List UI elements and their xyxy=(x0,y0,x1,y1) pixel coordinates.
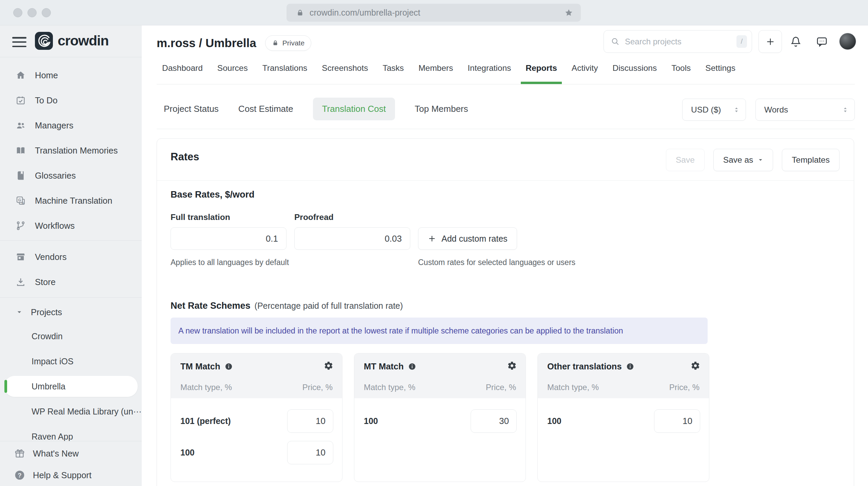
tab-members[interactable]: Members xyxy=(418,63,453,84)
sidebar-footer: What's New ? Help & Support xyxy=(0,441,142,486)
machine-translation-icon: Ga xyxy=(16,196,26,206)
svg-text:a: a xyxy=(22,201,24,205)
scheme-cards: TM Match Match type, % Price, % 101 (per… xyxy=(171,353,709,482)
subtab-cost-estimate[interactable]: Cost Estimate xyxy=(238,104,293,114)
subtab-top-members[interactable]: Top Members xyxy=(415,104,468,114)
scheme-title: TM Match xyxy=(180,362,220,371)
sidebar-project-crowdin[interactable]: Crowdin xyxy=(0,324,142,349)
info-icon[interactable] xyxy=(225,363,233,370)
lock-icon xyxy=(272,40,279,46)
sidebar-item-todo[interactable]: To Do xyxy=(0,88,142,113)
sidebar-item-store[interactable]: Store xyxy=(0,269,142,295)
rates-card: Rates Save Save as Templates Base Rates,… xyxy=(157,138,854,486)
tab-sources[interactable]: Sources xyxy=(217,63,248,84)
svg-text:?: ? xyxy=(18,472,21,479)
todo-calendar-icon xyxy=(16,95,26,105)
search-input[interactable] xyxy=(625,37,731,46)
currency-select[interactable]: USD ($) xyxy=(682,99,746,121)
tab-dashboard[interactable]: Dashboard xyxy=(162,63,203,84)
info-icon[interactable] xyxy=(626,363,634,370)
info-icon[interactable] xyxy=(408,363,416,370)
crowdin-logo[interactable]: crowdin xyxy=(35,32,108,50)
sidebar-project-wp-real-media-library[interactable]: WP Real Media Library (un··· xyxy=(0,399,142,424)
subtab-project-status[interactable]: Project Status xyxy=(164,104,219,114)
subtab-translation-cost[interactable]: Translation Cost xyxy=(313,98,395,120)
sidebar-item-managers[interactable]: Managers xyxy=(0,113,142,138)
gear-icon[interactable] xyxy=(324,361,333,370)
sidebar-project-umbrella[interactable]: Umbrella xyxy=(0,374,142,399)
unit-select[interactable]: Words xyxy=(755,99,855,121)
sidebar-item-translation-memories[interactable]: Translation Memories xyxy=(0,138,142,163)
add-custom-rates-button[interactable]: Add custom rates xyxy=(418,227,517,250)
sidebar-item-help-support[interactable]: ? Help & Support xyxy=(0,464,142,486)
menu-toggle-button[interactable] xyxy=(12,37,26,47)
sidebar-project-impact-ios[interactable]: Impact iOS xyxy=(0,349,142,374)
match-type-label: 100 xyxy=(180,448,195,458)
report-subtabs: Project Status Cost Estimate Translation… xyxy=(164,95,468,122)
plus-icon xyxy=(765,37,775,47)
workflows-icon xyxy=(16,221,26,231)
match-type-column-header: Match type, % xyxy=(547,383,599,392)
scheme-card-header: TM Match Match type, % Price, % xyxy=(171,353,342,398)
tab-settings[interactable]: Settings xyxy=(705,63,735,84)
user-avatar[interactable] xyxy=(839,33,856,50)
tab-translations[interactable]: Translations xyxy=(262,63,308,84)
tab-screenshots[interactable]: Screenshots xyxy=(322,63,368,84)
sidebar: crowdin Home To Do Managers Translation … xyxy=(0,25,142,486)
tab-tools[interactable]: Tools xyxy=(671,63,691,84)
plus-icon xyxy=(428,234,436,243)
chat-bubble-icon xyxy=(816,36,828,48)
price-column-header: Price, % xyxy=(486,383,516,392)
sidebar-item-vendors[interactable]: Vendors xyxy=(0,244,142,269)
tab-discussions[interactable]: Discussions xyxy=(612,63,657,84)
sidebar-item-workflows[interactable]: Workflows xyxy=(0,213,142,238)
sidebar-item-home[interactable]: Home xyxy=(0,63,142,88)
lock-icon xyxy=(296,9,304,17)
search-box[interactable]: / xyxy=(604,30,752,53)
proofread-input[interactable] xyxy=(294,227,410,250)
sidebar-item-machine-translation[interactable]: Ga Machine Translation xyxy=(0,188,142,213)
price-column-header: Price, % xyxy=(302,383,333,392)
rates-actions: Save Save as Templates xyxy=(666,149,840,171)
net-rate-info-banner: A new translation will be included in th… xyxy=(171,318,708,344)
messages-button[interactable] xyxy=(814,34,830,50)
window-minimize-button[interactable] xyxy=(27,8,37,17)
url-text: crowdin.com/umbrella-project xyxy=(310,8,420,18)
crowdin-logo-text: crowdin xyxy=(58,33,108,49)
tab-tasks[interactable]: Tasks xyxy=(382,63,404,84)
bookmark-star-icon[interactable] xyxy=(564,8,573,17)
home-icon xyxy=(16,70,26,80)
price-input[interactable] xyxy=(287,441,333,464)
full-translation-input[interactable] xyxy=(171,227,287,250)
search-icon xyxy=(611,37,620,46)
scheme-card-other-translations: Other translations Match type, % Price, … xyxy=(537,353,709,482)
scheme-row: 100 xyxy=(180,441,333,464)
proofread-label: Proofread xyxy=(294,212,334,222)
window-zoom-button[interactable] xyxy=(42,8,51,17)
price-input[interactable] xyxy=(654,409,700,433)
svg-text:G: G xyxy=(18,198,21,202)
sidebar-item-whats-new[interactable]: What's New xyxy=(0,443,142,464)
create-project-button[interactable] xyxy=(758,30,782,53)
window-close-button[interactable] xyxy=(13,8,22,17)
gift-icon xyxy=(14,448,25,459)
gear-icon[interactable] xyxy=(691,361,700,370)
scheme-title: Other translations xyxy=(547,362,622,371)
save-as-button[interactable]: Save as xyxy=(713,149,773,171)
price-input[interactable] xyxy=(287,409,333,433)
tab-reports[interactable]: Reports xyxy=(526,63,557,84)
tab-activity[interactable]: Activity xyxy=(572,63,598,84)
price-input[interactable] xyxy=(471,409,517,433)
notifications-button[interactable] xyxy=(788,34,804,50)
templates-button[interactable]: Templates xyxy=(782,149,840,171)
tab-integrations[interactable]: Integrations xyxy=(468,63,511,84)
save-button[interactable]: Save xyxy=(666,149,705,171)
gear-icon[interactable] xyxy=(507,361,517,370)
project-tabs: Dashboard Sources Translations Screensho… xyxy=(157,63,855,84)
sidebar-item-glossaries[interactable]: Glossaries xyxy=(0,163,142,188)
scheme-row: 100 xyxy=(547,409,700,433)
projects-collapse-header[interactable]: Projects xyxy=(0,301,142,324)
match-type-column-header: Match type, % xyxy=(364,383,415,392)
address-bar[interactable]: crowdin.com/umbrella-project xyxy=(287,4,581,22)
search-shortcut-hint: / xyxy=(736,35,747,48)
